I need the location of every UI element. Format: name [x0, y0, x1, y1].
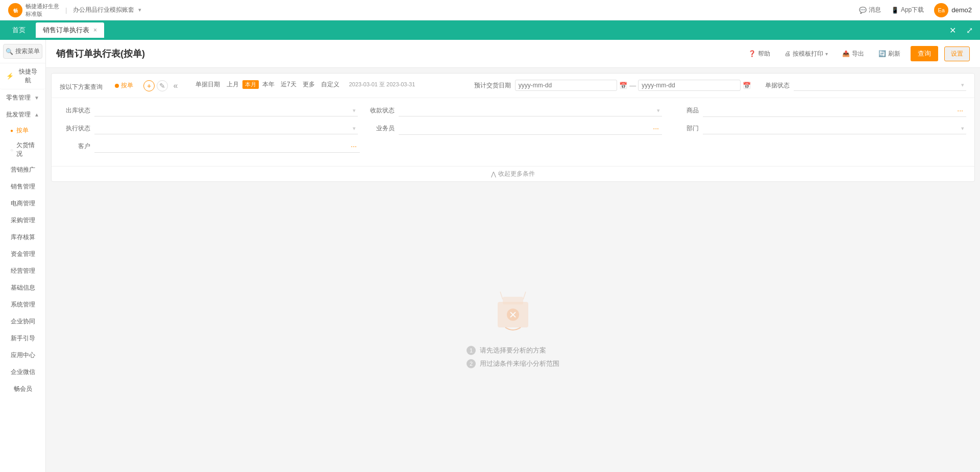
- query-button[interactable]: 查询: [911, 46, 938, 61]
- tab-close-icon[interactable]: ×: [93, 27, 97, 34]
- status-select[interactable]: ▾: [794, 80, 966, 91]
- export-label: 导出: [852, 50, 864, 58]
- message-icon: 💬: [859, 7, 867, 14]
- empty-hint-1: 1 请先选择要分析的方案: [467, 346, 559, 355]
- customer-input-wrapper: ···: [94, 140, 360, 153]
- tab-home[interactable]: 首页: [4, 22, 34, 38]
- date-option-last-month[interactable]: 上月: [224, 80, 241, 89]
- delivery-status-field: 出库状态 ▾: [60, 104, 358, 117]
- payment-status-arrow: ▾: [657, 107, 660, 114]
- scheme-item-order[interactable]: 按单: [111, 80, 137, 91]
- sidebar-item-enterprise[interactable]: 企业协同: [0, 313, 45, 330]
- export-button[interactable]: 📤 导出: [838, 48, 868, 60]
- scheme-edit-button[interactable]: ✎: [157, 80, 168, 91]
- refresh-label: 刷新: [888, 50, 900, 58]
- retail-label: 零售管理: [6, 93, 31, 102]
- main-layout: 🔍 搜索菜单 ⚡ 快捷导航 零售管理 ▼ 批发管理 ▲ ● 按单 ○ 欠货情况: [0, 40, 980, 472]
- estimated-date-start[interactable]: [515, 80, 617, 91]
- customer-more-icon[interactable]: ···: [350, 142, 358, 150]
- date-option-more[interactable]: 更多: [300, 80, 317, 89]
- customer-input[interactable]: [96, 143, 350, 150]
- dept-label: 部门: [668, 124, 699, 133]
- tab-sales-order[interactable]: 销售订单执行表 ×: [36, 22, 104, 38]
- sidebar-item-newbie[interactable]: 新手引导: [0, 330, 45, 347]
- dept-select[interactable]: ▾: [703, 123, 966, 134]
- message-button[interactable]: 💬 消息: [859, 6, 881, 14]
- salesperson-input[interactable]: [401, 125, 652, 132]
- content-area: 销售订单执行表(按单) ❓ 帮助 🖨 按模板打印 ▾ 📤 导出 🔄 刷新: [46, 40, 980, 472]
- help-icon: ❓: [748, 50, 756, 57]
- date-option-this-year[interactable]: 本年: [260, 80, 277, 89]
- salesperson-input-wrapper: ···: [399, 122, 662, 135]
- sidebar-sub-item-debt[interactable]: ○ 欠货情况: [0, 138, 45, 161]
- exec-status-select[interactable]: ▾: [94, 123, 358, 134]
- tab-bar: 首页 销售订单执行表 × ✕ ⤢: [0, 20, 980, 40]
- sidebar-item-marketing[interactable]: 营销推广: [0, 161, 45, 178]
- sidebar-item-operations[interactable]: 经营管理: [0, 263, 45, 279]
- enterprise-label: 企业协同: [11, 317, 35, 326]
- sidebar-item-wholesale[interactable]: 批发管理 ▲: [0, 106, 45, 123]
- salesperson-more-icon[interactable]: ···: [652, 124, 660, 132]
- sidebar-item-appstore[interactable]: 应用中心: [0, 347, 45, 364]
- sidebar-item-quick-nav[interactable]: ⚡ 快捷导航: [0, 63, 45, 89]
- sidebar-item-inventory[interactable]: 库存核算: [0, 229, 45, 246]
- help-button[interactable]: ❓ 帮助: [744, 48, 774, 60]
- system-label: 系统管理: [11, 300, 35, 309]
- retail-arrow: ▼: [34, 95, 39, 101]
- estimated-date-end[interactable]: [638, 80, 740, 91]
- date-option-7days[interactable]: 近7天: [278, 80, 299, 89]
- window-close-btn[interactable]: ✕: [946, 25, 959, 36]
- sidebar-sub-item-order[interactable]: ● 按单: [0, 123, 45, 138]
- filter-rows: 出库状态 ▾ 收款状态 ▾: [52, 98, 974, 164]
- ecommerce-label: 电商管理: [11, 199, 35, 208]
- refresh-button[interactable]: 🔄 刷新: [874, 48, 904, 60]
- sidebar-item-purchase[interactable]: 采购管理: [0, 212, 45, 229]
- sidebar-item-basic[interactable]: 基础信息: [0, 279, 45, 296]
- avatar: Ea: [934, 3, 948, 17]
- sidebar-item-sales[interactable]: 销售管理: [0, 178, 45, 195]
- user-name: demo2: [951, 6, 972, 14]
- print-label: 按模板打印: [793, 50, 823, 58]
- date-separator: —: [629, 82, 636, 89]
- app-download-button[interactable]: 📱 App下载: [891, 6, 924, 14]
- window-expand-btn[interactable]: ⤢: [963, 25, 976, 36]
- sidebar-item-retail[interactable]: 零售管理 ▼: [0, 89, 45, 106]
- date-field-label: 单据日期: [189, 80, 220, 89]
- product-label: 商品: [668, 106, 699, 115]
- purchase-label: 采购管理: [11, 216, 35, 225]
- search-menu-button[interactable]: 🔍 搜索菜单: [3, 44, 42, 59]
- collapse-button[interactable]: ⋀ 收起更多条件: [491, 170, 535, 178]
- date-option-custom[interactable]: 自定义: [318, 80, 342, 89]
- sidebar-item-ecommerce[interactable]: 电商管理: [0, 195, 45, 212]
- user-info[interactable]: Ea demo2: [934, 3, 972, 17]
- scheme-collapse-button[interactable]: «: [170, 80, 181, 91]
- settings-button[interactable]: 设置: [944, 46, 970, 61]
- tab-bar-right: ✕ ⤢: [946, 25, 976, 36]
- product-more-icon[interactable]: ···: [956, 106, 964, 114]
- newbie-label: 新手引导: [11, 334, 35, 343]
- calendar-end-icon[interactable]: 📅: [743, 82, 751, 89]
- sidebar-item-system[interactable]: 系统管理: [0, 296, 45, 313]
- breadcrumb-arrow[interactable]: ▾: [138, 7, 141, 13]
- message-label: 消息: [869, 6, 881, 14]
- empty-state: 1 请先选择要分析的方案 2 用过滤条件来缩小分析范围: [46, 187, 980, 472]
- refresh-icon: 🔄: [878, 50, 886, 57]
- scheme-add-button[interactable]: +: [143, 80, 155, 91]
- delivery-status-select[interactable]: ▾: [94, 105, 358, 116]
- svg-text:畅: 畅: [13, 8, 18, 13]
- header-left: 畅 畅捷通好生意 标准版 | 办公用品行业模拟账套 ▾: [8, 3, 141, 17]
- sidebar-item-member[interactable]: 畅会员: [0, 381, 45, 397]
- calendar-start-icon[interactable]: 📅: [619, 82, 627, 89]
- scheme-list: 按单 + ✎ «: [111, 80, 181, 91]
- quick-nav-icon: ⚡: [6, 73, 14, 80]
- salesperson-field: 业务员 ···: [364, 122, 662, 135]
- print-button[interactable]: 🖨 按模板打印 ▾: [780, 48, 832, 60]
- export-icon: 📤: [842, 50, 850, 57]
- payment-status-select[interactable]: ▾: [399, 105, 662, 116]
- date-option-this-month[interactable]: 本月: [242, 80, 259, 89]
- sidebar: 🔍 搜索菜单 ⚡ 快捷导航 零售管理 ▼ 批发管理 ▲ ● 按单 ○ 欠货情况: [0, 40, 46, 472]
- product-input[interactable]: [705, 107, 956, 114]
- sidebar-item-wechat[interactable]: 企业微信: [0, 364, 45, 381]
- sidebar-item-finance[interactable]: 资金管理: [0, 246, 45, 263]
- tab-sales-order-label: 销售订单执行表: [43, 26, 89, 35]
